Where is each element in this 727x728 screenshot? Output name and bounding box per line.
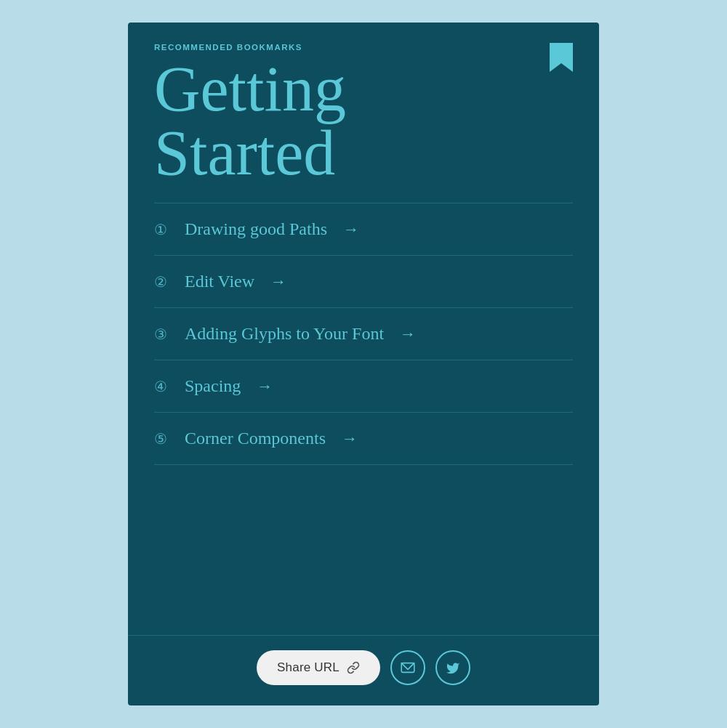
item-label: Corner Components [185, 429, 326, 448]
list-item[interactable]: ③ Adding Glyphs to Your Font → [128, 308, 599, 360]
item-number: ④ [154, 378, 174, 395]
item-label: Adding Glyphs to Your Font [185, 324, 384, 344]
arrow-icon: → [257, 377, 273, 396]
item-label: Spacing [185, 376, 241, 396]
item-label: Edit View [185, 272, 254, 291]
item-number: ⑤ [154, 430, 174, 448]
main-title: Getting Started [154, 57, 573, 185]
arrow-icon: → [400, 325, 416, 344]
list-item[interactable]: ⑤ Corner Components → [128, 413, 599, 464]
share-url-label: Share URL [277, 660, 340, 675]
title-line2: Started [154, 118, 335, 188]
bookmark-icon[interactable] [550, 43, 573, 72]
item-label: Drawing good Paths [185, 219, 327, 239]
arrow-icon: → [343, 220, 359, 239]
divider-5 [154, 464, 573, 465]
email-icon [401, 662, 415, 674]
card: RECOMMENDED BOOKMARKS Getting Started ① … [128, 23, 599, 705]
list-item[interactable]: ④ Spacing → [128, 360, 599, 412]
link-icon [347, 661, 360, 674]
twitter-icon [446, 661, 460, 674]
share-url-button[interactable]: Share URL [257, 650, 380, 685]
recommended-label: RECOMMENDED BOOKMARKS [154, 43, 573, 52]
item-number: ③ [154, 325, 174, 343]
menu-list: ① Drawing good Paths → ② Edit View → ③ A… [128, 203, 599, 635]
item-number: ① [154, 221, 174, 238]
title-line1: Getting [154, 54, 346, 124]
list-item[interactable]: ② Edit View → [128, 256, 599, 307]
arrow-icon: → [270, 272, 286, 291]
arrow-icon: → [342, 429, 358, 448]
email-button[interactable] [390, 650, 425, 685]
item-number: ② [154, 273, 174, 291]
card-header: RECOMMENDED BOOKMARKS Getting Started [128, 23, 599, 203]
footer: Share URL [128, 635, 599, 705]
list-item[interactable]: ① Drawing good Paths → [128, 203, 599, 255]
twitter-button[interactable] [435, 650, 470, 685]
